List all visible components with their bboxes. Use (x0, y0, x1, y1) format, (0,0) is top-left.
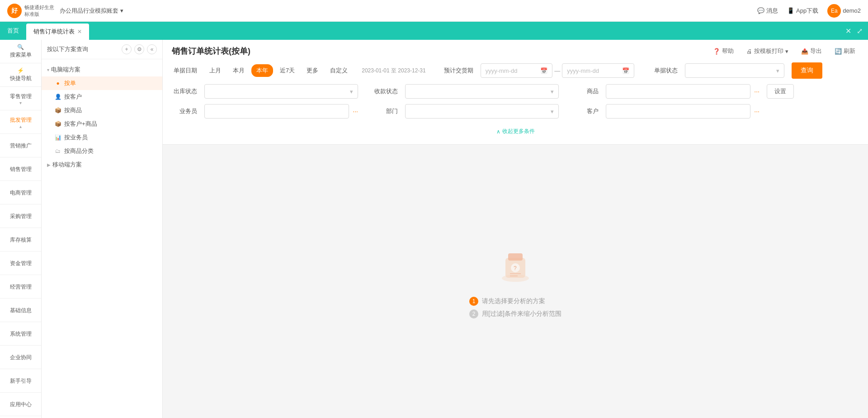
setting-button[interactable]: 设置 (767, 84, 794, 99)
tree-item-by-order[interactable]: ● 按单 (42, 76, 162, 90)
app-download-action[interactable]: 📱 App下载 (787, 7, 818, 15)
tab-bar-actions: ✕ ⤢ (845, 27, 868, 35)
tab-sales-order[interactable]: 销售订单统计表 ✕ (26, 24, 89, 40)
dept-select[interactable]: ▾ (405, 104, 559, 119)
collapse-up-icon: ∧ (496, 128, 500, 135)
tab-bar: 首页 销售订单统计表 ✕ ✕ ⤢ (0, 22, 868, 40)
svg-rect-2 (508, 253, 523, 261)
sidebar-item-purchase[interactable]: 采购管理 (0, 204, 41, 228)
template-print-button[interactable]: 🖨 按模板打印 ▾ (743, 45, 792, 57)
dropdown-icon[interactable]: ▾ (120, 7, 123, 14)
tree-group-mobile[interactable]: ▶ 移动端方案 (42, 158, 162, 171)
search-icon: 🔍 (17, 44, 24, 50)
expected-date-end[interactable]: yyyy-mm-dd 📅 (562, 63, 634, 78)
sidebar-item-newguide[interactable]: 新手引导 (0, 369, 41, 393)
top-header: 好 畅捷通好生意 标准版 办公用品行业模拟账套 ▾ 💬 消息 📱 App下载 E… (0, 0, 868, 22)
date-tab-7days[interactable]: 近7天 (275, 64, 300, 77)
help-button[interactable]: ❓ 帮助 (709, 45, 737, 57)
date-tab-last-month[interactable]: 上月 (204, 64, 226, 77)
salesman-input[interactable] (204, 104, 349, 119)
sidebar-search[interactable]: 🔍 搜索菜单 (0, 40, 41, 63)
collect-status-label: 收款状态 (373, 87, 398, 95)
tree-item-by-goods[interactable]: 📦 按商品 (42, 104, 162, 117)
customer-label: 客户 (573, 107, 599, 115)
sidebar-item-operation[interactable]: 经营管理 (0, 275, 41, 299)
date-tab-custom[interactable]: 自定义 (325, 64, 353, 77)
sidebar-item-retail[interactable]: 零售管理 ▾ (0, 87, 41, 110)
table-icon: 🗂 (54, 147, 61, 155)
sidebar-item-wechat[interactable]: 企业微信 (0, 416, 41, 418)
box-icon: 📦 (54, 107, 61, 114)
sidebar-item-marketing[interactable]: 营销推广 (0, 134, 41, 157)
sidebar-item-wholesale[interactable]: 批发管理 ▴ (0, 110, 41, 134)
tree-item-by-customer-goods[interactable]: 📦 按客户+商品 (42, 117, 162, 131)
chart-icon: 📊 (54, 134, 61, 141)
sidebar-item-inventory[interactable]: 库存核算 (0, 228, 41, 252)
sidebar: 🔍 搜索菜单 ⚡ 快捷导航 零售管理 ▾ 批发管理 ▴ 营销推广 销售管理 电商… (0, 40, 42, 418)
tree-group-desktop[interactable]: ▾ 电脑端方案 (42, 63, 162, 76)
settings-scheme-button[interactable]: ⚙ (134, 44, 144, 54)
dept-label: 部门 (373, 107, 398, 115)
expected-date-start[interactable]: yyyy-mm-dd 📅 (481, 63, 553, 78)
sidebar-item-ecommerce[interactable]: 电商管理 (0, 181, 41, 204)
sidebar-item-appcenter[interactable]: 应用中心 (0, 393, 41, 416)
tree-item-by-category[interactable]: 🗂 按商品分类 (42, 144, 162, 158)
out-dropdown-icon: ▾ (350, 88, 353, 95)
date-label: 单据日期 (172, 66, 197, 75)
filter-row-3: 业务员 ··· 部门 ▾ 客户 ··· (172, 104, 859, 119)
tab-close-all[interactable]: ✕ (845, 27, 851, 35)
logo-text: 畅捷通好生意 标准版 (24, 4, 54, 17)
empty-state: ? 1 请先选择要分析的方案 2 用[过滤]条件来缩小分析范围 (469, 244, 561, 318)
status-select[interactable]: ▾ (685, 63, 784, 78)
print-dropdown-icon: ▾ (785, 48, 788, 55)
sidebar-item-basic-info[interactable]: 基础信息 (0, 299, 41, 322)
customer-more-btn[interactable]: ··· (754, 108, 760, 115)
refresh-button[interactable]: 🔄 刷新 (831, 45, 859, 57)
sidebar-item-cooperation[interactable]: 企业协同 (0, 346, 41, 369)
person-icon: 👤 (54, 93, 61, 100)
message-action[interactable]: 💬 消息 (757, 7, 778, 15)
sidebar-item-finance[interactable]: 资金管理 (0, 252, 41, 275)
customer-input[interactable] (606, 104, 750, 119)
goods-input[interactable] (606, 84, 750, 99)
tab-expand[interactable]: ⤢ (857, 27, 863, 35)
sidebar-item-system[interactable]: 系统管理 (0, 322, 41, 346)
out-status-select[interactable]: ▾ (204, 84, 358, 99)
collect-dropdown-icon: ▾ (551, 88, 554, 95)
export-button[interactable]: 📤 导出 (797, 45, 826, 57)
collapse-more-conditions[interactable]: ∧ 收起更多条件 (172, 124, 859, 139)
box-customer-icon: 📦 (54, 120, 61, 128)
goods-filter-group: ··· (606, 84, 760, 99)
page-header-top: 销售订单统计表(按单) ❓ 帮助 🖨 按模板打印 ▾ 📤 (172, 45, 859, 57)
help-icon: ❓ (713, 48, 720, 55)
date-tab-more[interactable]: 更多 (302, 64, 323, 77)
chevron-down-icon: ▾ (19, 100, 22, 105)
empty-hint-2: 2 用[过滤]条件来缩小分析范围 (469, 309, 561, 318)
hint-1-num: 1 (469, 297, 478, 306)
date-range-display: 2023-01-01 至 2023-12-31 (362, 67, 425, 75)
sidebar-item-sales[interactable]: 销售管理 (0, 157, 41, 181)
date-tab-this-year[interactable]: 本年 (251, 64, 273, 77)
tree-item-by-customer[interactable]: 👤 按客户 (42, 90, 162, 104)
sidebar-quick-nav[interactable]: ⚡ 快捷导航 (0, 63, 41, 87)
goods-label: 商品 (573, 87, 599, 95)
message-icon: 💬 (757, 7, 764, 14)
query-button[interactable]: 查询 (792, 62, 822, 79)
tree-item-by-salesman[interactable]: 📊 按业务员 (42, 131, 162, 144)
salesman-more-btn[interactable]: ··· (353, 108, 358, 115)
collect-status-select[interactable]: ▾ (405, 84, 559, 99)
right-content: 销售订单统计表(按单) ❓ 帮助 🖨 按模板打印 ▾ 📤 (163, 40, 868, 418)
add-scheme-button[interactable]: + (122, 44, 132, 54)
active-dot-icon: ● (54, 80, 61, 87)
date-tabs: 上月 本月 本年 近7天 更多 自定义 (204, 64, 353, 77)
collapse-panel-button[interactable]: « (147, 44, 157, 54)
tab-home[interactable]: 首页 (0, 22, 26, 40)
user-profile[interactable]: Ea demo2 (827, 4, 861, 18)
expected-delivery-label: 预计交货期 (444, 66, 473, 75)
goods-more-btn[interactable]: ··· (754, 88, 760, 95)
page-title: 销售订单统计表(按单) (172, 46, 250, 57)
empty-illustration: ? (493, 244, 538, 290)
date-tab-this-month[interactable]: 本月 (228, 64, 250, 77)
status-dropdown-icon: ▾ (776, 67, 779, 74)
tab-close-icon[interactable]: ✕ (77, 28, 82, 35)
